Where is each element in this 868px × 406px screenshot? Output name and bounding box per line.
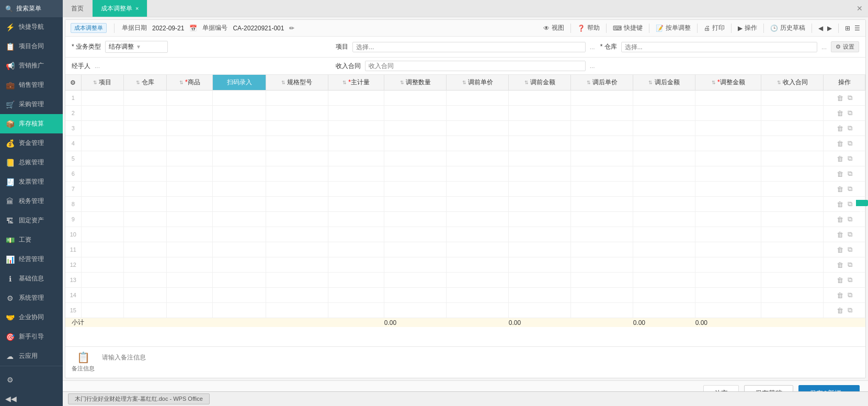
project-ellipsis[interactable]: ... [590,43,595,51]
cell-spec-11[interactable] [266,242,328,257]
sidebar-item-basic-info[interactable]: ℹ基础信息 [0,269,63,288]
cell-scan-10[interactable] [213,227,266,242]
toolbar-calendar-icon[interactable]: 📅 [189,25,197,32]
cell-adjust-qty-4[interactable] [384,136,447,151]
cell-income-contract-10[interactable] [761,227,824,242]
copy-row-13-button[interactable]: ⧉ [847,275,853,285]
cell-income-contract-12[interactable] [761,257,824,273]
cell-income-contract-13[interactable] [761,273,824,288]
cell-unit-9[interactable] [328,212,384,227]
cell-adjust-qty-2[interactable] [384,106,447,121]
business-type-select[interactable]: 结存调整 ▼ [105,41,168,53]
cell-before-price-12[interactable] [447,257,509,273]
cell-before-price-8[interactable] [447,197,509,212]
sidebar-item-new-guide[interactable]: 🎯新手引导 [0,327,63,346]
cell-product-4[interactable] [166,136,213,151]
copy-row-15-button[interactable]: ⧉ [847,305,853,315]
cell-product-14[interactable] [166,288,213,303]
cell-income-contract-14[interactable] [761,288,824,303]
cell-before-price-7[interactable] [447,182,509,197]
cell-scan-3[interactable] [213,121,266,136]
sidebar-item-collapse[interactable]: ◀◀ [0,389,63,406]
cell-spec-14[interactable] [266,288,328,303]
cell-adjust-amount-8[interactable] [695,197,761,212]
cell-product-9[interactable] [166,212,213,227]
cell-spec-15[interactable] [266,303,328,318]
cell-scan-14[interactable] [213,288,266,303]
cell-product-12[interactable] [166,257,213,273]
toolbar-date-value[interactable]: 2022-09-21 [152,25,184,32]
cell-after-amount-1[interactable] [633,91,695,106]
sidebar-item-sys-mgmt[interactable]: ⚙系统管理 [0,288,63,308]
cell-before-price-11[interactable] [447,242,509,257]
cell-unit-13[interactable] [328,273,384,288]
cell-before-price-13[interactable] [447,273,509,288]
cell-project-13[interactable] [81,273,124,288]
cell-adjust-qty-15[interactable] [384,303,447,318]
sidebar-item-ops-mgmt[interactable]: 📊经营管理 [0,250,63,269]
cell-adjust-amount-15[interactable] [695,303,761,318]
cell-after-price-4[interactable] [571,136,633,151]
cell-adjust-qty-6[interactable] [384,166,447,182]
cell-project-11[interactable] [81,242,124,257]
cell-before-amount-12[interactable] [509,257,571,273]
cell-before-price-3[interactable] [447,121,509,136]
cell-warehouse-10[interactable] [124,227,167,242]
cell-before-amount-9[interactable] [509,212,571,227]
sidebar-item-sales-promo[interactable]: 📢营销推广 [0,56,63,75]
cell-income-contract-9[interactable] [761,212,824,227]
cell-scan-1[interactable] [213,91,266,106]
cell-spec-13[interactable] [266,273,328,288]
cell-before-price-10[interactable] [447,227,509,242]
copy-row-3-button[interactable]: ⧉ [847,123,853,133]
cell-adjust-amount-5[interactable] [695,151,761,166]
cell-adjust-amount-2[interactable] [695,106,761,121]
window-close-button[interactable]: ✕ [851,1,868,16]
cell-before-amount-11[interactable] [509,242,571,257]
toolbar-prev[interactable]: ◀ [818,25,823,32]
cell-spec-6[interactable] [266,166,328,182]
copy-row-12-button[interactable]: ⧉ [847,260,853,270]
cell-adjust-qty-5[interactable] [384,151,447,166]
cell-after-amount-6[interactable] [633,166,695,182]
cell-spec-1[interactable] [266,91,328,106]
cell-product-13[interactable] [166,273,213,288]
cell-warehouse-1[interactable] [124,91,167,106]
cell-before-amount-7[interactable] [509,182,571,197]
cell-income-contract-15[interactable] [761,303,824,318]
cell-before-amount-1[interactable] [509,91,571,106]
copy-row-10-button[interactable]: ⧉ [847,229,853,240]
delete-row-2-button[interactable]: 🗑 [836,108,844,118]
cell-warehouse-5[interactable] [124,151,167,166]
cell-project-12[interactable] [81,257,124,273]
cell-after-amount-14[interactable] [633,288,695,303]
cell-before-price-4[interactable] [447,136,509,151]
delete-row-10-button[interactable]: 🗑 [836,230,844,240]
cell-income-contract-2[interactable] [761,106,824,121]
cell-adjust-qty-9[interactable] [384,212,447,227]
cell-adjust-amount-1[interactable] [695,91,761,106]
tab-home[interactable]: 首页 [63,0,93,17]
cell-warehouse-15[interactable] [124,303,167,318]
cell-unit-3[interactable] [328,121,384,136]
cell-warehouse-11[interactable] [124,242,167,257]
cell-project-7[interactable] [81,182,124,197]
cell-unit-5[interactable] [328,151,384,166]
handler-ellipsis[interactable]: ... [95,62,100,70]
toolbar-help[interactable]: ❓ 帮助 [577,24,600,32]
cell-adjust-qty-13[interactable] [384,273,447,288]
cell-unit-6[interactable] [328,166,384,182]
tab-cost-adjust[interactable]: 成本调整单 × [93,0,147,17]
toolbar-view[interactable]: 👁 视图 [543,24,564,32]
cell-before-amount-13[interactable] [509,273,571,288]
cell-adjust-qty-7[interactable] [384,182,447,197]
taskbar-item[interactable]: 木门行业好业财处理方案-墓红红.doc - WPS Office [68,393,210,404]
cell-scan-4[interactable] [213,136,266,151]
cell-after-price-15[interactable] [571,303,633,318]
cell-warehouse-13[interactable] [124,273,167,288]
cell-adjust-amount-6[interactable] [695,166,761,182]
project-input[interactable] [352,42,585,52]
cell-after-price-12[interactable] [571,257,633,273]
toolbar-history[interactable]: 🕒 历史草稿 [770,24,805,32]
cell-after-price-10[interactable] [571,227,633,242]
